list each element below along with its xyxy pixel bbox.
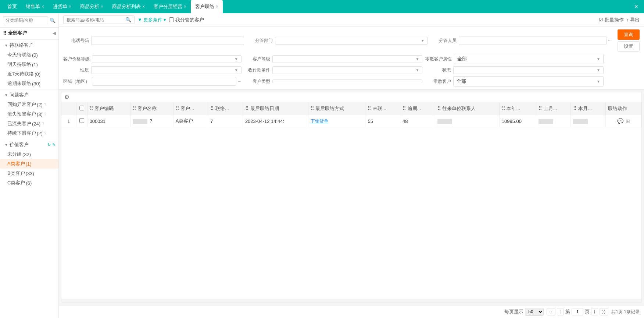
col-overdue[interactable]: ⠿ 逾期... [400,102,435,115]
customer-type-select[interactable] [272,80,423,83]
sidebar-item-c-class[interactable]: C类客户 (6) [0,178,58,188]
col-last-month[interactable]: ⠿ 上月... [536,102,571,115]
manager-input[interactable] [459,36,607,45]
help-icon-declining[interactable]: ? [44,131,46,135]
col-last-date[interactable]: ⠿ 最后联络日期 [243,102,308,115]
page-number-input[interactable] [572,308,583,315]
nav-product-analysis-close[interactable]: × [101,4,103,9]
edit-icon[interactable]: ✎ [52,142,56,147]
total-info: 共1页 1条记录 [611,309,640,315]
nav-product-analysis-list-close[interactable]: × [142,4,145,9]
filter-search-input[interactable] [67,17,125,22]
select-all-checkbox[interactable] [79,106,84,110]
manager-dots-icon[interactable]: ··· [608,38,612,43]
col-contact[interactable]: ⠿ 联络... [208,102,243,115]
chevron-down-icon: ▾ [164,17,166,22]
table-settings-icon[interactable]: ⚙ [64,94,69,100]
horizontal-scrollbar[interactable] [61,299,641,303]
filter-row-3: 性质 ▼ 收付款条件 ▼ 状态 [63,66,640,74]
all-customers-header[interactable]: ⠿ 全部客户 ◀ [0,28,58,39]
first-page-button[interactable]: ⟨⟨ [547,308,555,315]
customer-level-select[interactable]: ▼ [272,55,423,63]
export-button[interactable]: ↑ 导出 [627,17,640,23]
cell-last-method: 下销货单 [308,115,365,127]
sidebar-item-7day-contact[interactable]: 近7天待联络 (0) [0,69,58,79]
col-type-sort-icon: ⠿ [176,106,179,111]
settings-button[interactable]: 设置 [618,41,640,52]
pending-contact-group[interactable]: ▼ 待联络客户 [0,40,58,50]
col-type[interactable]: ⠿ 客户... [173,102,208,115]
sidebar-item-churn-warning[interactable]: 流失预警客户 (3) ? [0,109,58,119]
nav-customer-contact-close[interactable]: × [216,4,218,9]
sidebar-item-churned[interactable]: 已流失客户 (24) ? [0,119,58,128]
phone-input[interactable] [91,36,244,45]
sidebar-item-overdue-contact[interactable]: 逾期未联络 (30) [0,79,58,88]
col-name[interactable]: ⠿ 客户名称 [130,102,173,115]
cell-index: 1 [61,115,76,127]
export-icon: ↑ [627,17,629,22]
collapse-sidebar-icon[interactable]: ◀ [53,31,56,36]
nav-sales[interactable]: 销售单 × [21,0,49,13]
close-all-button[interactable]: × [631,3,641,11]
col-code[interactable]: ⠿ 客户编码 [87,102,130,115]
filter-search-icon[interactable]: 🔍 [125,17,131,22]
sidebar-item-tomorrow-contact[interactable]: 明天待联络 (1) [0,60,58,69]
problem-customers-group[interactable]: ▼ 问题客户 [0,90,58,100]
cell-company-contact [435,115,499,127]
retail-attr-select[interactable]: 全部 ▼ [454,54,604,64]
my-customers-checkbox-area[interactable]: 我分管的客户 [169,17,204,23]
sidebar-item-ungrouped[interactable]: 未分组 (32) [0,149,58,159]
col-company-contact[interactable]: ⠿ 往来单位联系人 [435,102,499,115]
col-uncontacted[interactable]: ⠿ 未联... [365,102,400,115]
chat-action-icon[interactable]: 💬 [617,118,623,124]
help-icon-churned[interactable]: ? [42,121,44,126]
region-dots-icon[interactable]: ··· [238,79,242,84]
nav-product-analysis[interactable]: 商品分析 × [76,0,108,13]
sidebar-item-repurchase-anomaly[interactable]: 回购异常客户 (2) ? [0,100,58,109]
nav-home[interactable]: 首页 [3,0,21,13]
sidebar-item-declining[interactable]: 持续下滑客户 (2) ? [0,128,58,138]
query-button[interactable]: 查询 [618,29,640,40]
next-page-button[interactable]: ⟩ [591,308,598,315]
nav-purchase-close[interactable]: × [69,4,71,9]
help-icon-churn-warning[interactable]: ? [44,112,46,116]
prev-page-button[interactable]: ⟨ [557,308,564,315]
sidebar-item-today-contact[interactable]: 今天待联络 (0) [0,50,58,60]
price-level-select[interactable]: ▼ [92,55,242,63]
nav-customer-tier[interactable]: 客户分层经营 × [149,0,191,13]
sidebar-search-icon[interactable]: 🔍 [50,18,56,23]
grid-action-icon[interactable]: ⊞ [626,118,630,124]
col-checkbox[interactable] [76,102,87,115]
batch-ops-button[interactable]: ☑ 批量操作 [599,17,624,23]
col-this-month[interactable]: ⠿ 本月... [571,102,606,115]
retail-attr-chevron-icon: ▼ [597,57,600,61]
col-last-method[interactable]: ⠿ 最后联络方式 [308,102,365,115]
nature-select[interactable]: ▼ [91,66,242,74]
cell-checkbox[interactable] [76,115,87,127]
nav-purchase[interactable]: 进货单 × [49,0,76,13]
help-icon-repurchase[interactable]: ? [44,102,46,107]
cell-this-year: 10995.00 [499,115,536,127]
page-size-select[interactable]: 50 100 200 [525,308,544,316]
nav-sales-close[interactable]: × [42,4,44,9]
table-scroll-area[interactable]: ⠿ 客户编码 ⠿ 客户名称 ⠿ 客户... [61,102,641,299]
value-customers-group[interactable]: ▼ 价值客户 ↻ ✎ [0,140,58,149]
nav-product-analysis-list[interactable]: 商品分析列表 × [108,0,149,13]
col-this-year[interactable]: ⠿ 本年... [499,102,536,115]
dept-select[interactable]: ▼ [275,37,428,45]
my-customers-checkbox[interactable] [169,17,174,22]
more-conditions-button[interactable]: ▼ 更多条件 ▾ [137,17,166,23]
last-page-button[interactable]: ⟩⟩ [600,308,608,315]
nav-customer-tier-close[interactable]: × [184,4,186,9]
row-checkbox[interactable] [79,118,84,123]
sidebar-search-input[interactable] [3,16,48,24]
region-input[interactable] [92,77,236,86]
nav-customer-contact[interactable]: 客户联络 × [191,0,223,13]
sidebar-item-b-class[interactable]: B类客户 (33) [0,169,58,178]
sidebar-item-a-class[interactable]: A类客户 (1) [0,159,58,169]
refresh-icon[interactable]: ↻ [47,142,51,147]
payment-select[interactable]: ▼ [272,66,423,74]
table-row: 1 000031 ？ A类客户 7 2023-04-12 14:44: 下销货单 [61,115,641,127]
status-select[interactable]: ▼ [453,66,604,74]
retail-customer-select[interactable]: 全部 ▼ [453,76,604,86]
